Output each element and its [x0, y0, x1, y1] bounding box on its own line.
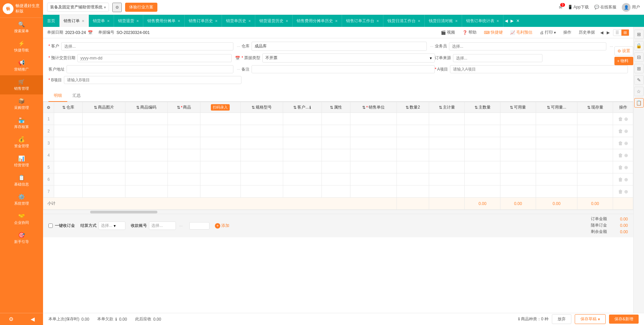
row-1-stock[interactable] — [577, 113, 613, 125]
row-1-qty2[interactable] — [396, 113, 429, 125]
invoice-type-select[interactable]: 不开票 ▾ — [262, 53, 434, 63]
sidebar-item-guide[interactable]: 🎯 新手引导 — [0, 229, 43, 248]
tab-detail[interactable]: 明细 — [48, 90, 67, 102]
row-6-stock[interactable] — [577, 173, 613, 186]
row-1-code[interactable] — [125, 113, 168, 125]
row-1-main-qty[interactable] — [465, 113, 500, 125]
row-3-warehouse[interactable] — [54, 137, 83, 149]
copy-icon[interactable]: ⊕ — [624, 153, 628, 158]
row-7-stock[interactable] — [577, 186, 613, 198]
row-1-attributes[interactable] — [321, 113, 350, 125]
tab-order-workbench[interactable]: 销售订单工作台 ✕ — [342, 15, 383, 27]
delete-icon[interactable]: 🗑 — [618, 177, 623, 182]
row-7-available2[interactable] — [536, 186, 577, 198]
row-5-attributes[interactable] — [321, 161, 350, 173]
sidebar-item-enterprise[interactable]: 🤝 企业协同 — [0, 209, 43, 229]
row-7-main-unit[interactable] — [429, 186, 465, 198]
row-7-main-qty[interactable] — [465, 186, 500, 198]
row-2-warehouse[interactable] — [54, 125, 83, 137]
copy-icon[interactable]: ⊕ — [624, 165, 628, 170]
delete-icon[interactable]: 🗑 — [618, 153, 623, 158]
tab-summary[interactable]: 汇总 — [67, 90, 86, 102]
row-4-qty2[interactable] — [396, 149, 429, 161]
delete-icon[interactable]: 🗑 — [618, 140, 623, 146]
row-6-available[interactable] — [500, 173, 536, 186]
row-1-main-unit[interactable] — [429, 113, 465, 125]
topbar-settings-button[interactable]: ⚙ — [112, 3, 122, 12]
calendar-icon[interactable]: 📅 — [234, 56, 241, 60]
sidebar-item-search[interactable]: 🔍 搜索菜单 — [0, 18, 43, 37]
b-project-input[interactable] — [64, 76, 241, 84]
row-3-spec[interactable] — [240, 137, 283, 149]
row-5-stock[interactable] — [577, 161, 613, 173]
nav-prev-icon[interactable]: ◀ — [600, 30, 603, 35]
row-5-spec[interactable] — [240, 161, 283, 173]
delete-icon[interactable]: 🗑 — [618, 116, 623, 122]
tab-close-icon[interactable]: ✕ — [107, 19, 110, 23]
row-5-main-qty[interactable] — [465, 161, 500, 173]
side-action-3[interactable]: ⊟ — [634, 52, 644, 62]
copy-icon[interactable]: ⊕ — [624, 177, 628, 182]
sidebar-item-sales[interactable]: 🛒 销售管理 — [0, 75, 43, 94]
row-4-spec[interactable] — [240, 149, 283, 161]
copy-icon[interactable]: ⊕ — [624, 189, 628, 194]
row-6-customer-code[interactable] — [283, 173, 322, 186]
tab-sales-invoice[interactable]: 销货单 ✕ — [89, 15, 114, 27]
tab-close-icon[interactable]: ✕ — [178, 19, 180, 23]
row-4-attributes[interactable] — [321, 149, 350, 161]
sidebar-item-basic[interactable]: 📋 基础信息 — [0, 171, 43, 190]
delivery-date-input[interactable] — [77, 54, 232, 62]
profit-btn[interactable]: 📈 毛利预估 — [508, 29, 534, 36]
delete-icon[interactable]: 🗑 — [618, 128, 623, 134]
side-action-4[interactable]: ⊞ — [634, 64, 644, 73]
horizontal-scrollbar[interactable] — [43, 210, 633, 214]
row-1-warehouse[interactable] — [54, 113, 83, 125]
customer-address-input[interactable] — [67, 65, 233, 73]
shortcut-btn[interactable]: ⌨ 快捷键 — [482, 29, 505, 36]
row-5-qty2[interactable] — [396, 161, 429, 173]
sidebar-item-system[interactable]: ⚙️ 系统管理 — [0, 190, 43, 209]
row-6-available2[interactable] — [536, 173, 577, 186]
copy-icon[interactable]: ⊕ — [624, 128, 628, 134]
tab-expense-split[interactable]: 销售费用分摊单 ✕ — [143, 15, 185, 27]
calendar-icon[interactable]: 📅 — [88, 30, 93, 35]
row-1-available2[interactable] — [536, 113, 577, 125]
row-4-available2[interactable] — [536, 149, 577, 161]
save-draft-button[interactable]: 保存草稿 ▾ — [575, 314, 606, 324]
staff-input[interactable] — [449, 42, 606, 50]
tab-close-icon[interactable]: ✕ — [136, 19, 139, 23]
row-2-attributes[interactable] — [321, 125, 350, 137]
tab-close-icon[interactable]: ✕ — [455, 19, 458, 23]
account-dots-icon[interactable]: ··· — [178, 224, 184, 228]
staff-dots-icon[interactable]: ··· — [608, 44, 614, 49]
tab-daily-workbench[interactable]: 钱货日清工作台 ✕ — [383, 15, 425, 27]
tab-close-icon[interactable]: ✕ — [376, 19, 379, 23]
save-new-button[interactable]: 保存&新增 — [609, 315, 639, 324]
delete-icon[interactable]: 🗑 — [618, 189, 623, 194]
row-7-qty2[interactable] — [396, 186, 429, 198]
discard-button[interactable]: 放弃 — [552, 314, 571, 324]
row-6-spec[interactable] — [240, 173, 283, 186]
tab-next-btn[interactable]: ▶ — [509, 18, 515, 23]
row-1-product[interactable] — [168, 113, 200, 125]
app-download-link[interactable]: 📱 App下载 — [568, 4, 589, 10]
side-action-2[interactable]: 🔒 — [634, 41, 644, 50]
row-3-code[interactable] — [125, 137, 168, 149]
tab-sales-order[interactable]: 销售订单 ✕ — [60, 15, 89, 27]
row-1-available[interactable] — [500, 113, 536, 125]
tab-close-icon[interactable]: ✕ — [215, 19, 218, 23]
row-5-warehouse[interactable] — [54, 161, 83, 173]
tab-close-icon[interactable]: ✕ — [82, 19, 84, 23]
customer-input[interactable] — [61, 42, 233, 50]
sidebar-item-finance[interactable]: 💰 资金管理 — [0, 133, 43, 152]
tab-close-icon[interactable]: ✕ — [335, 19, 338, 23]
side-action-7[interactable]: 📋 — [634, 98, 644, 108]
row-6-qty2[interactable] — [396, 173, 429, 186]
scan-btn[interactable]: 扫码录入 — [211, 104, 230, 111]
sidebar-collapse-btn[interactable]: ◀ — [31, 316, 35, 322]
order-source-input[interactable] — [453, 54, 542, 62]
tab-close-icon[interactable]: ✕ — [286, 19, 288, 23]
row-5-main-unit[interactable] — [429, 161, 465, 173]
sidebar-item-inventory[interactable]: 🏪 库存核算 — [0, 114, 43, 133]
row-7-product[interactable] — [168, 186, 200, 198]
